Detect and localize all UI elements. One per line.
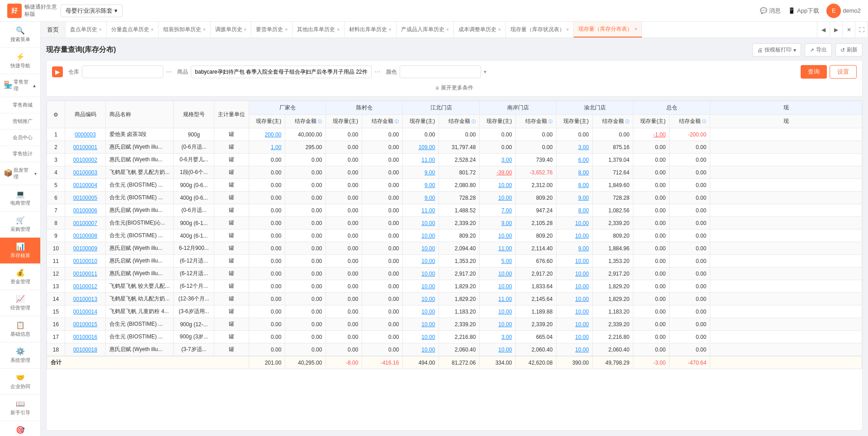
color-input[interactable] bbox=[400, 66, 481, 78]
th-ck-amt: 结存金额 ⓘ bbox=[285, 115, 326, 128]
tab-product-in[interactable]: 产成品入库单历史 × bbox=[396, 22, 454, 38]
product-ellipsis[interactable]: ··· bbox=[374, 68, 380, 76]
cell-ck-amt: 0.00 bbox=[285, 179, 326, 192]
sidebar-item-wholesale[interactable]: 📦 批发管理 ▾ bbox=[0, 162, 40, 185]
sidebar-item-marketing[interactable]: 营销推广 bbox=[0, 113, 40, 130]
cell-jb-amt: 2,080.80 bbox=[439, 179, 480, 192]
expand-conditions-btn[interactable]: ≡ 展开更多条件 bbox=[435, 84, 473, 92]
cell-total-amt: 0.00 bbox=[670, 255, 710, 267]
tab-close-other-out[interactable]: × bbox=[337, 27, 340, 32]
cell-nb-qty: 10.00 bbox=[480, 280, 516, 293]
sidebar-item-system[interactable]: ⚙️ 系统管理 bbox=[0, 342, 40, 369]
sidebar-item-newguide[interactable]: 📖 新手引导 bbox=[0, 395, 40, 421]
cell-jb-amt: 2,094.40 bbox=[439, 242, 480, 255]
tab-close-requisition[interactable]: × bbox=[285, 27, 288, 32]
cell-jb-qty: 10.00 bbox=[403, 343, 439, 356]
tab-close-stock-status[interactable]: × bbox=[566, 27, 569, 32]
sidebar-item-retail-stat[interactable]: 零售统计 bbox=[0, 146, 40, 162]
tab-close-stocktake-sub[interactable]: × bbox=[151, 27, 154, 32]
sidebar-item-enterprise[interactable]: 🤝 企业协同 bbox=[0, 369, 40, 395]
cell-extra bbox=[710, 154, 862, 166]
tab-expand-btn[interactable]: ⛶ bbox=[855, 22, 868, 38]
sidebar-item-finance[interactable]: 💰 资金管理 bbox=[0, 264, 40, 290]
sidebar-item-ecommerce[interactable]: 💻 电商管理 bbox=[0, 185, 40, 211]
message-btn[interactable]: 💬 消息 bbox=[760, 7, 781, 15]
warehouse-ellipsis[interactable]: ··· bbox=[166, 68, 172, 76]
th-extra: 现 bbox=[710, 101, 862, 115]
tab-close-product-in[interactable]: × bbox=[446, 27, 449, 32]
cell-yb-qty: 8.00 bbox=[557, 179, 593, 192]
money-icon: 💰 bbox=[16, 268, 25, 277]
tab-close-material-out[interactable]: × bbox=[389, 27, 392, 32]
tab-stocktake-sub[interactable]: 分量盘点单历史 × bbox=[107, 22, 159, 38]
sidebar-item-appcenter[interactable]: 🎯 应用中心 bbox=[0, 421, 40, 436]
sidebar-item-label: 零售统计 bbox=[13, 150, 33, 157]
tab-other-out[interactable]: 其他出库单历史 × bbox=[292, 22, 344, 38]
product-input[interactable] bbox=[191, 66, 372, 78]
tab-home[interactable]: 首页 bbox=[41, 22, 66, 38]
cell-cc-qty: 0.00 bbox=[326, 318, 362, 331]
cell-code: 00100016 bbox=[65, 331, 106, 343]
refresh-btn[interactable]: ↺ 刷新 bbox=[835, 43, 863, 56]
cell-cc-amt: 0.00 bbox=[362, 242, 403, 255]
sidebar-item-operation[interactable]: 📈 经营管理 bbox=[0, 290, 40, 316]
th-warehouse-yb: 渝北门店 bbox=[557, 101, 633, 115]
store-selector[interactable]: 母婴行业演示陈套 ▾ bbox=[61, 5, 123, 17]
cell-total-amt: 0.00 bbox=[670, 217, 710, 230]
print-btn[interactable]: 🖨 按模板打印 ▾ bbox=[752, 43, 801, 56]
user-profile[interactable]: E demo2 bbox=[826, 4, 861, 18]
tab-next-btn[interactable]: ▶ bbox=[830, 22, 843, 38]
sidebar-item-retail[interactable]: 🏪 零售管理 ▲ bbox=[0, 74, 40, 97]
th-cc-qty: 现存量(主) bbox=[326, 115, 362, 128]
table-footer: 合计 201.00 40,295.00 -8.00 -416.16 494.00… bbox=[47, 356, 862, 369]
tab-close-all-btn[interactable]: ✕ bbox=[843, 22, 855, 38]
tab-cost-adjust[interactable]: 成本调整单历史 × bbox=[454, 22, 506, 38]
tab-prev-btn[interactable]: ◀ bbox=[817, 22, 830, 38]
tab-close-stocktake[interactable]: × bbox=[99, 27, 102, 32]
cell-total-qty: 0.00 bbox=[633, 305, 670, 318]
sidebar-item-inventory[interactable]: 📊 库存核算 bbox=[0, 238, 40, 264]
cell-spec: 1段(0-6个... bbox=[174, 166, 214, 179]
sidebar-item-member[interactable]: 会员中心 bbox=[0, 130, 40, 146]
cell-cc-qty: 0.00 bbox=[326, 217, 362, 230]
sidebar-item-basic[interactable]: 📋 基础信息 bbox=[0, 316, 40, 342]
tab-stock-dist[interactable]: 现存量（库存分布表） × bbox=[574, 22, 642, 38]
tab-stocktake[interactable]: 盘点单历史 × bbox=[66, 22, 107, 38]
search-button[interactable]: 查询 bbox=[801, 65, 827, 79]
tab-material-out[interactable]: 材料出库单历史 × bbox=[344, 22, 396, 38]
cell-jb-qty: 10.00 bbox=[403, 230, 439, 242]
cell-ck-qty: 0.00 bbox=[249, 154, 285, 166]
cell-ck-qty: 0.00 bbox=[249, 230, 285, 242]
tab-stock-status[interactable]: 现存量（库存状况表） × bbox=[506, 22, 574, 38]
tab-transfer[interactable]: 调拨单历史 × bbox=[211, 22, 252, 38]
app-download-btn[interactable]: 📱 App下载 bbox=[788, 7, 819, 15]
cell-extra bbox=[710, 166, 862, 179]
export-btn[interactable]: ↗ 导出 bbox=[805, 43, 832, 56]
cell-jb-qty: 10.00 bbox=[403, 280, 439, 293]
sidebar-item-shortcut[interactable]: ⚡ 快捷导航 bbox=[0, 48, 40, 74]
cell-nb-amt: 739.40 bbox=[516, 154, 557, 166]
sidebar-item-retail-store[interactable]: 零售商城 bbox=[0, 97, 40, 113]
cell-nb-qty: 5.00 bbox=[480, 255, 516, 267]
cell-ck-qty: 0.00 bbox=[249, 217, 285, 230]
tab-close-stock-dist[interactable]: × bbox=[634, 27, 637, 32]
cell-ck-amt: 295.00 bbox=[285, 141, 326, 154]
cell-code: 00100015 bbox=[65, 318, 106, 331]
th-code: 商品编码 bbox=[65, 101, 106, 128]
tab-close-transfer[interactable]: × bbox=[244, 27, 247, 32]
settings-button[interactable]: 设置 bbox=[830, 65, 857, 79]
tab-requisition[interactable]: 要货单历史 × bbox=[251, 22, 292, 38]
cell-name: 惠氏启赋 (Wyeth illu... bbox=[106, 343, 174, 356]
sidebar-item-label: 库存核算 bbox=[10, 252, 30, 259]
warehouse-input[interactable] bbox=[82, 66, 163, 78]
page-actions: 🖨 按模板打印 ▾ ↗ 导出 ↺ 刷新 bbox=[752, 43, 863, 56]
sidebar-item-purchase[interactable]: 🛒 采购管理 bbox=[0, 211, 40, 238]
sidebar-item-label: 系统管理 bbox=[10, 357, 30, 364]
tab-close-assembly[interactable]: × bbox=[203, 27, 206, 32]
search-expand-btn[interactable]: ▶ bbox=[52, 66, 63, 77]
sidebar-item-search[interactable]: 🔍 搜索英单 bbox=[0, 22, 40, 48]
tab-close-cost-adjust[interactable]: × bbox=[498, 27, 501, 32]
th-gear[interactable]: ⚙ bbox=[47, 101, 65, 128]
cell-nb-qty: 10.00 bbox=[480, 343, 516, 356]
tab-assembly[interactable]: 组装拆卸单历史 × bbox=[159, 22, 211, 38]
